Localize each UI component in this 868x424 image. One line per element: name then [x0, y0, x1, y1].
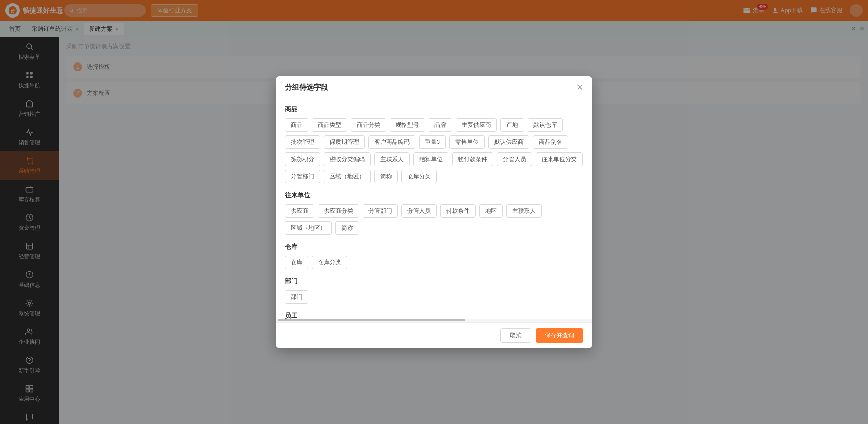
field-tag-tax-code[interactable]: 税收分类编码: [324, 152, 371, 166]
field-tag-payment-terms[interactable]: 收付款条件: [452, 152, 493, 166]
field-tag-partner-supervisor[interactable]: 分管人员: [401, 204, 437, 218]
dialog-header: 分组待选字段 ✕: [276, 76, 592, 98]
field-tag-department[interactable]: 部门: [285, 290, 308, 304]
save-query-button[interactable]: 保存并查询: [536, 328, 583, 343]
field-tag-goods[interactable]: 商品: [285, 118, 308, 132]
field-tag-settle-unit[interactable]: 结算单位: [413, 152, 448, 166]
dialog-footer: 取消 保存并查询: [276, 322, 592, 348]
field-tag-weight[interactable]: 重量3: [419, 135, 446, 149]
field-tag-spec[interactable]: 规格型号: [390, 118, 425, 132]
field-tag-partner-short[interactable]: 简称: [335, 221, 359, 235]
section-warehouse-title: 仓库: [285, 243, 583, 251]
field-tag-area[interactable]: 地区: [479, 204, 503, 218]
dialog-title: 分组待选字段: [285, 83, 328, 92]
field-tag-partner-contact[interactable]: 主联系人: [506, 204, 542, 218]
section-dept-title: 部门: [285, 277, 583, 286]
field-tag-supplier-cat[interactable]: 供应商分类: [318, 204, 359, 218]
field-tag-brand[interactable]: 品牌: [429, 118, 452, 132]
field-tag-partner-cat[interactable]: 往来单位分类: [536, 152, 583, 166]
section-dept: 部门 部门: [285, 277, 583, 304]
field-tag-retail-unit[interactable]: 零售单位: [449, 135, 485, 149]
field-tag-default-warehouse[interactable]: 默认仓库: [528, 118, 563, 132]
section-warehouse: 仓库 仓库 仓库分类: [285, 243, 583, 269]
dialog-close-icon[interactable]: ✕: [576, 83, 583, 91]
field-tag-supervisor[interactable]: 分管人员: [497, 152, 532, 166]
field-tag-supplier[interactable]: 供应商: [285, 204, 314, 218]
field-tag-warehouse-cat[interactable]: 仓库分类: [401, 170, 437, 183]
dialog-overlay: 分组待选字段 ✕ 商品 商品 商品类型 商品分类 规格型号 品牌 主要供应商 产…: [0, 0, 868, 424]
section-partner-tags: 供应商 供应商分类 分管部门 分管人员 付款条件 地区 主联系人 区域（地区） …: [285, 204, 583, 235]
field-tag-dept[interactable]: 分管部门: [285, 170, 320, 183]
section-dept-tags: 部门: [285, 290, 583, 304]
dialog-body: 商品 商品 商品类型 商品分类 规格型号 品牌 主要供应商 产地 默认仓库 批次…: [276, 98, 592, 319]
cancel-button[interactable]: 取消: [500, 328, 531, 343]
section-goods-tags: 商品 商品类型 商品分类 规格型号 品牌 主要供应商 产地 默认仓库 批次管理 …: [285, 118, 583, 183]
field-tag-origin[interactable]: 产地: [500, 118, 524, 132]
field-tag-region[interactable]: 区域（地区）: [324, 170, 371, 183]
field-tag-shelf-life[interactable]: 保质期管理: [324, 135, 365, 149]
section-partner: 往来单位 供应商 供应商分类 分管部门 分管人员 付款条件 地区 主联系人 区域…: [285, 191, 583, 235]
field-tag-wh-cat[interactable]: 仓库分类: [312, 256, 347, 269]
field-tag-main-contact[interactable]: 主联系人: [374, 152, 410, 166]
section-staff-title: 员工: [285, 312, 583, 319]
field-tag-main-supplier[interactable]: 主要供应商: [456, 118, 497, 132]
h-scrollbar-thumb[interactable]: [278, 319, 465, 321]
section-staff: 员工 业务员: [285, 312, 583, 319]
field-tag-short-name[interactable]: 简称: [374, 170, 398, 183]
field-tag-goods-type[interactable]: 商品类型: [312, 118, 347, 132]
field-tag-batch[interactable]: 批次管理: [285, 135, 320, 149]
field-tag-partner-region[interactable]: 区域（地区）: [285, 221, 332, 235]
field-tag-goods-alias[interactable]: 商品别名: [533, 135, 568, 149]
section-goods: 商品 商品 商品类型 商品分类 规格型号 品牌 主要供应商 产地 默认仓库 批次…: [285, 105, 583, 183]
section-partner-title: 往来单位: [285, 191, 583, 200]
field-tag-goods-cat[interactable]: 商品分类: [351, 118, 386, 132]
field-tag-payment-cond[interactable]: 付款条件: [440, 204, 476, 218]
field-select-dialog: 分组待选字段 ✕ 商品 商品 商品类型 商品分类 规格型号 品牌 主要供应商 产…: [276, 76, 592, 348]
dialog-horizontal-scroll[interactable]: [276, 319, 592, 322]
field-tag-default-supplier[interactable]: 默认供应商: [488, 135, 529, 149]
field-tag-customer-code[interactable]: 客户商品编码: [368, 135, 415, 149]
section-goods-title: 商品: [285, 105, 583, 114]
field-tag-wh[interactable]: 仓库: [285, 256, 308, 269]
field-tag-pick-score[interactable]: 拣货积分: [285, 152, 320, 166]
field-tag-partner-dept[interactable]: 分管部门: [363, 204, 398, 218]
section-warehouse-tags: 仓库 仓库分类: [285, 256, 583, 269]
